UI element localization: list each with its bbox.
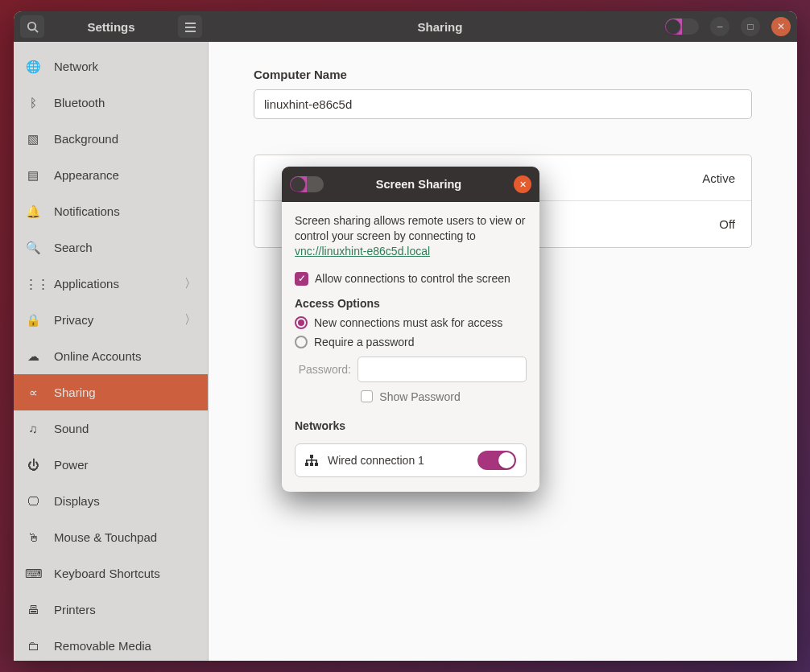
- networks-heading: Networks: [295, 419, 527, 432]
- displays-icon: 🖵: [25, 494, 41, 508]
- hamburger-icon: [184, 22, 196, 32]
- radio-ask-access[interactable]: New connections must ask for access: [295, 316, 527, 329]
- description-text: Screen sharing allows remote users to vi…: [295, 214, 525, 242]
- search-icon: [27, 21, 39, 33]
- removable-icon: 🗀: [25, 639, 41, 653]
- sidebar-item-label: Mouse & Touchpad: [54, 530, 157, 544]
- printers-icon: 🖶: [25, 603, 41, 616]
- computer-name-label: Computer Name: [254, 68, 752, 81]
- sidebar-item-label: Network: [54, 60, 98, 73]
- sidebar-header: Settings: [14, 11, 209, 42]
- password-row: Password:: [295, 357, 527, 382]
- sidebar-item-sound[interactable]: ♫Sound: [14, 410, 208, 447]
- allow-control-label: Allow connections to control the screen: [315, 272, 510, 285]
- privacy-icon: 🔒: [25, 313, 41, 328]
- applications-icon: ⋮⋮: [25, 277, 41, 291]
- dialog-body: Screen sharing allows remote users to vi…: [282, 202, 539, 492]
- sidebar-item-label: Appearance: [54, 168, 119, 182]
- sidebar-item-removable[interactable]: 🗀Removable Media: [14, 628, 208, 661]
- window-header: Settings Sharing – □ ✕: [14, 11, 797, 42]
- dialog-header: Screen Sharing ✕: [282, 167, 539, 202]
- sidebar-item-privacy[interactable]: 🔒Privacy〉: [14, 302, 208, 338]
- checkbox-checked-icon: ✓: [295, 272, 308, 286]
- radio-pw-label: Require a password: [314, 336, 415, 348]
- svg-rect-11: [306, 460, 308, 463]
- sidebar-item-label: Displays: [54, 494, 100, 508]
- svg-rect-12: [311, 460, 312, 463]
- sidebar-item-label: Sound: [54, 422, 89, 435]
- radio-unselected-icon: [295, 336, 308, 348]
- keyboard-icon: ⌨: [25, 567, 41, 581]
- sidebar-item-label: Online Accounts: [54, 349, 141, 363]
- mouse-icon: 🖱: [25, 530, 41, 544]
- sidebar-item-appearance[interactable]: ▤Appearance: [14, 157, 208, 193]
- network-icon: 🌐: [25, 60, 41, 74]
- sidebar-item-notifications[interactable]: 🔔Notifications: [14, 193, 208, 229]
- sidebar-item-displays[interactable]: 🖵Displays: [14, 483, 208, 519]
- close-icon: ✕: [777, 21, 785, 32]
- sidebar-item-network[interactable]: 🌐Network: [14, 48, 208, 85]
- sidebar-item-bluetooth[interactable]: ᛒBluetooth: [14, 85, 208, 121]
- password-label: Password:: [295, 363, 351, 376]
- show-password-row[interactable]: Show Password: [295, 390, 527, 403]
- hamburger-button[interactable]: [178, 15, 202, 38]
- appearance-icon: ▤: [25, 168, 41, 183]
- minimize-icon: –: [717, 21, 723, 32]
- sidebar-item-keyboard[interactable]: ⌨Keyboard Shortcuts: [14, 555, 208, 592]
- sidebar-item-label: Applications: [54, 277, 119, 291]
- svg-rect-7: [310, 463, 313, 466]
- sidebar-item-label: Power: [54, 458, 89, 472]
- svg-rect-6: [305, 463, 308, 466]
- sidebar-item-background[interactable]: ▧Background: [14, 121, 208, 157]
- sidebar-item-label: Printers: [54, 603, 96, 616]
- window-minimize-button[interactable]: –: [710, 17, 729, 36]
- computer-name-input[interactable]: [254, 89, 752, 119]
- sidebar-item-power[interactable]: ⏻Power: [14, 447, 208, 483]
- sidebar-item-label: Privacy: [54, 313, 93, 327]
- svg-rect-13: [316, 460, 317, 463]
- svg-rect-5: [310, 455, 313, 458]
- close-icon: ✕: [519, 179, 527, 190]
- dialog-description: Screen sharing allows remote users to vi…: [295, 213, 527, 259]
- app-title: Settings: [48, 20, 175, 34]
- sidebar-item-sharing[interactable]: ∝Sharing: [14, 374, 208, 410]
- online-accounts-icon: ☁: [25, 349, 41, 364]
- sidebar-item-label: Removable Media: [54, 639, 151, 653]
- screen-sharing-toggle[interactable]: [290, 176, 324, 192]
- sidebar-item-online-accounts[interactable]: ☁Online Accounts: [14, 338, 208, 374]
- screen-sharing-dialog: Screen Sharing ✕ Screen sharing allows r…: [282, 167, 539, 492]
- bluetooth-icon: ᛒ: [25, 96, 41, 109]
- option-state: Off: [719, 217, 735, 231]
- dialog-close-button[interactable]: ✕: [514, 175, 531, 193]
- allow-control-row[interactable]: ✓ Allow connections to control the scree…: [295, 272, 527, 286]
- checkbox-unchecked-icon: [361, 390, 373, 402]
- notifications-icon: 🔔: [25, 204, 41, 219]
- dialog-title: Screen Sharing: [324, 178, 514, 191]
- network-toggle[interactable]: [477, 451, 516, 470]
- content-header: Sharing – □ ✕: [209, 11, 797, 42]
- sharing-icon: ∝: [25, 385, 41, 400]
- sidebar-item-label: Bluetooth: [54, 96, 105, 109]
- access-options-heading: Access Options: [295, 297, 527, 310]
- wired-network-icon: [305, 455, 318, 466]
- sidebar-item-label: Notifications: [54, 204, 120, 218]
- svg-rect-8: [315, 463, 318, 466]
- chevron-right-icon: 〉: [184, 312, 196, 328]
- window-maximize-button[interactable]: □: [741, 17, 760, 36]
- sidebar-item-search[interactable]: 🔍Search: [14, 229, 208, 266]
- sound-icon: ♫: [25, 422, 41, 435]
- vnc-link[interactable]: vnc://linuxhint-e86c5d.local: [295, 245, 430, 258]
- password-input[interactable]: [357, 357, 527, 382]
- sidebar-item-applications[interactable]: ⋮⋮Applications〉: [14, 266, 208, 302]
- radio-require-password[interactable]: Require a password: [295, 336, 527, 348]
- window-close-button[interactable]: ✕: [771, 17, 791, 36]
- sharing-master-toggle[interactable]: [665, 19, 699, 35]
- sidebar-item-label: Search: [54, 241, 93, 254]
- sidebar-item-mouse[interactable]: 🖱Mouse & Touchpad: [14, 519, 208, 555]
- page-title: Sharing: [215, 20, 665, 34]
- radio-selected-icon: [295, 316, 308, 329]
- sidebar-item-printers[interactable]: 🖶Printers: [14, 592, 208, 628]
- show-password-label: Show Password: [379, 390, 460, 403]
- svg-line-1: [35, 29, 38, 32]
- search-button[interactable]: [20, 15, 44, 38]
